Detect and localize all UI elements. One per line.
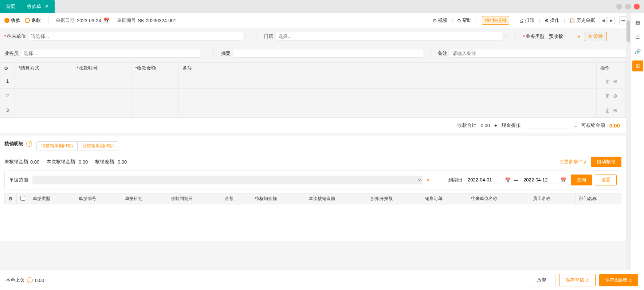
filter-settings-btn[interactable]: 设置 bbox=[595, 175, 617, 185]
stat-current-value: 0.00 bbox=[79, 159, 88, 165]
form-row-2: 业务员 ··· 摘要 备注 bbox=[0, 45, 644, 62]
tab-home[interactable]: 首页 bbox=[0, 0, 21, 13]
nav-prev[interactable]: ◀ bbox=[600, 17, 607, 24]
window-minimize-button[interactable] bbox=[616, 4, 622, 9]
col-ops-header: 操作 bbox=[597, 63, 626, 74]
summary-row: 收款合计 0.00 + 现金折扣: = 可核销金额 0.00 bbox=[0, 118, 626, 133]
filter-range-select[interactable] bbox=[32, 176, 423, 184]
col-checkbox-header[interactable] bbox=[17, 193, 29, 204]
account-cell-1[interactable] bbox=[73, 74, 131, 89]
store-field: 门店 ··· bbox=[264, 32, 508, 40]
stat-unverified-value: 0.00 bbox=[30, 159, 39, 165]
discount-input[interactable] bbox=[526, 122, 570, 129]
copy-row-1-icon[interactable]: ⊕ bbox=[613, 78, 617, 84]
equals-sign: = bbox=[574, 123, 577, 128]
date-to-input[interactable] bbox=[521, 176, 558, 184]
amount-cell-1[interactable] bbox=[131, 74, 179, 89]
total-value: 0.00 bbox=[481, 123, 490, 128]
summary-input[interactable] bbox=[233, 50, 423, 58]
stat-unverified: 未核销金额 0.00 bbox=[4, 158, 39, 165]
method-cell-1[interactable] bbox=[15, 74, 73, 89]
delete-row-3-icon[interactable]: 🗑 bbox=[605, 107, 610, 113]
ops-icon: ⚙ bbox=[545, 18, 549, 23]
sidebar-table-icon[interactable]: ▦ bbox=[632, 17, 643, 28]
account-cell-3[interactable] bbox=[73, 103, 131, 118]
amount-cell-2[interactable] bbox=[131, 89, 179, 103]
more-conds-btn[interactable]: ▽ 更多条件 ∧ bbox=[559, 158, 587, 165]
refund-radio[interactable]: 退款 bbox=[25, 17, 41, 24]
number-value: SK-20230324-001 bbox=[138, 18, 177, 23]
counterpart-input[interactable] bbox=[29, 32, 243, 40]
copy-row-2-icon[interactable]: ⊕ bbox=[613, 93, 617, 99]
tab-receipt[interactable]: 收款单 ✕ bbox=[21, 0, 55, 13]
video-btn[interactable]: ⊙ 视频 bbox=[433, 17, 447, 24]
filter-range-label: 单据范围 bbox=[9, 177, 28, 183]
net-value: 0.00 bbox=[609, 122, 620, 129]
window-controls bbox=[616, 4, 644, 9]
query-btn[interactable]: 查询 bbox=[571, 175, 592, 185]
filter-range-dropdown[interactable]: ▾ bbox=[427, 177, 429, 183]
receipt-refund-radio: 收款 退款 bbox=[4, 17, 41, 24]
remark-cell-3[interactable] bbox=[179, 103, 597, 118]
col-doc-no-header: 单据编号 bbox=[75, 193, 121, 204]
save-new-btn[interactable]: 保存&新增 ∧ bbox=[599, 274, 638, 286]
remark-field: 备注 bbox=[438, 50, 640, 58]
table-settings-header[interactable]: ⚙ bbox=[0, 63, 15, 74]
remark-cell-1[interactable] bbox=[179, 74, 597, 89]
per-bill-value: 0.00 bbox=[35, 278, 44, 283]
select-all-checkbox[interactable] bbox=[20, 196, 25, 201]
form-settings-btn[interactable]: ⚙ 设置 bbox=[584, 32, 607, 41]
tab-pending[interactable]: 待核销单据(0笔) bbox=[36, 141, 78, 150]
top-toolbar: 收款 退款 单据日期 2023-03-24 📅 单据编号 SK-20230324… bbox=[0, 13, 644, 28]
auto-verify-btn[interactable]: 自动核销 bbox=[591, 157, 621, 167]
method-cell-3[interactable] bbox=[15, 103, 73, 118]
save-new-arrow: ∧ bbox=[629, 278, 632, 283]
per-bill-info-icon[interactable]: i bbox=[27, 277, 33, 283]
ops-btn[interactable]: ⚙ 操作 bbox=[545, 17, 559, 24]
shortcut-btn[interactable]: ⌨ 快捷键 bbox=[482, 16, 509, 25]
calendar-icon[interactable]: 📅 bbox=[103, 17, 110, 23]
staff-more-btn[interactable]: ··· bbox=[202, 51, 206, 56]
help-btn[interactable]: ⊙ 帮助 bbox=[457, 17, 472, 24]
remark-input[interactable] bbox=[450, 50, 640, 58]
sidebar-list-icon[interactable]: ☰ bbox=[632, 31, 643, 42]
col-remark-header: 备注 bbox=[179, 63, 597, 74]
discard-btn[interactable]: 放弃 bbox=[528, 274, 555, 286]
date-from-input[interactable] bbox=[466, 176, 502, 184]
print-icon: 🖨 bbox=[519, 18, 524, 23]
calendar-from-icon[interactable]: 📅 bbox=[505, 177, 511, 183]
print-btn[interactable]: 🖨 打印 bbox=[519, 17, 534, 24]
window-maximize-button[interactable] bbox=[625, 4, 631, 9]
stat-diff-value: 0.00 bbox=[118, 159, 127, 165]
staff-input[interactable] bbox=[21, 50, 200, 58]
delete-row-1-icon[interactable]: 🗑 bbox=[605, 78, 610, 84]
tab-close-icon[interactable]: ✕ bbox=[45, 4, 49, 9]
due-date-label: 到期日 bbox=[448, 177, 463, 183]
settings-gear-icon: ⚙ bbox=[588, 34, 592, 39]
sidebar-expand-icon[interactable]: ⊞ bbox=[632, 60, 643, 71]
copy-row-3-icon[interactable]: ⊕ bbox=[613, 107, 617, 113]
calendar-to-icon[interactable]: 📅 bbox=[561, 177, 566, 183]
history-btn[interactable]: 📋 历史单据 bbox=[569, 17, 595, 24]
remark-cell-2[interactable] bbox=[179, 89, 597, 103]
store-more-btn[interactable]: ··· bbox=[504, 34, 508, 39]
nav-next[interactable]: ▶ bbox=[608, 17, 615, 24]
tab-home-label: 首页 bbox=[6, 4, 15, 9]
tab-done[interactable]: 已核销单据(0笔) bbox=[78, 141, 119, 150]
sidebar-attach-icon[interactable]: 🔗 bbox=[632, 46, 643, 57]
window-close-button[interactable] bbox=[634, 4, 640, 9]
counterpart-more-btn[interactable]: ··· bbox=[244, 34, 249, 39]
col-settings-bottom[interactable]: ⚙ bbox=[5, 193, 17, 204]
delete-row-2-icon[interactable]: 🗑 bbox=[605, 93, 610, 99]
filter-actions: 查询 设置 bbox=[571, 175, 617, 185]
account-cell-2[interactable] bbox=[73, 89, 131, 103]
amount-cell-3[interactable] bbox=[131, 103, 179, 118]
store-input[interactable] bbox=[276, 32, 502, 40]
verify-info-icon[interactable]: i bbox=[26, 141, 32, 147]
method-cell-2[interactable] bbox=[15, 89, 73, 103]
scroll-thumb[interactable] bbox=[627, 20, 630, 42]
receipt-radio[interactable]: 收款 bbox=[4, 17, 20, 24]
col-due-date-header: 收款到期日 bbox=[167, 193, 221, 204]
biz-type-dropdown[interactable]: ▾ bbox=[578, 34, 580, 39]
save-draft-btn[interactable]: 保存草稿 ∧ bbox=[559, 274, 596, 286]
